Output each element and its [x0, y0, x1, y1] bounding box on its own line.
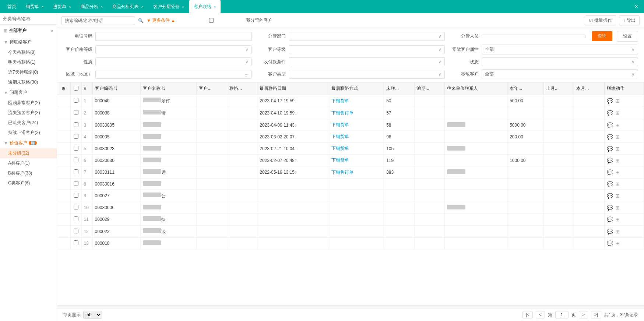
grid-action-icon[interactable]: ⊞: [615, 98, 620, 104]
last-contact-method-cell[interactable]: [329, 179, 384, 190]
sidebar-item-abnormal[interactable]: 囤购异常客户(2): [0, 98, 57, 108]
message-action-icon[interactable]: 💬: [607, 229, 613, 234]
last-contact-method-cell[interactable]: [329, 238, 384, 249]
last-contact-method-cell[interactable]: [329, 226, 384, 238]
message-action-icon[interactable]: 💬: [607, 216, 613, 222]
row-checkbox-cell[interactable]: [70, 214, 81, 226]
nav-goods-analysis-list[interactable]: 商品分析列表 ×: [108, 0, 148, 13]
message-action-icon[interactable]: 💬: [607, 240, 613, 246]
last-contact-method-cell[interactable]: 下销货单: [329, 155, 384, 166]
row-checkbox[interactable]: [74, 181, 78, 186]
overdue-column-header[interactable]: 逾期...: [414, 82, 444, 95]
nav-customer-contact[interactable]: 客户联络 ×: [189, 0, 220, 13]
sidebar-section-problem[interactable]: ▼ 问题客户: [0, 87, 57, 98]
last-page-button[interactable]: >|: [591, 311, 601, 318]
grid-action-icon[interactable]: ⊞: [615, 240, 620, 246]
dept-select[interactable]: ∨: [289, 32, 445, 41]
prev-page-button[interactable]: <: [536, 311, 545, 318]
row-checkbox-cell[interactable]: [70, 119, 81, 131]
nav-goods-analysis[interactable]: 商品分析 ×: [76, 0, 107, 13]
sidebar-item-unclassified[interactable]: 未分组(32): [0, 148, 57, 158]
horizontal-scrollbar[interactable]: [57, 305, 644, 308]
row-checkbox-cell[interactable]: [70, 143, 81, 155]
grid-action-icon[interactable]: ⊞: [615, 146, 620, 152]
page-input[interactable]: [555, 311, 569, 318]
sidebar-section-pending[interactable]: ▼ 待联络客户: [0, 37, 57, 47]
sidebar-item-churn-warning[interactable]: 流失预警客户(3): [0, 108, 57, 118]
first-page-button[interactable]: |<: [522, 311, 533, 318]
reset-button[interactable]: 设置: [617, 31, 638, 42]
uncontacted-column-header[interactable]: 未联...: [384, 82, 414, 95]
last-contact-method-cell[interactable]: 下销货单: [329, 95, 384, 107]
sidebar-item-churned[interactable]: 已流失客户(24): [0, 118, 57, 128]
grid-action-icon[interactable]: ⊞: [615, 134, 620, 140]
row-checkbox[interactable]: [74, 193, 78, 198]
last-contact-method-cell[interactable]: 下销货单: [329, 143, 384, 155]
more-conditions-button[interactable]: ▼ 更多条件 ▲: [147, 17, 175, 24]
sidebar-search-input[interactable]: [3, 16, 57, 21]
price-level-select[interactable]: ∨: [95, 45, 252, 54]
grid-action-icon[interactable]: ⊞: [615, 169, 620, 175]
message-action-icon[interactable]: 💬: [607, 110, 613, 116]
nav-purchase[interactable]: 进货单 ×: [49, 0, 75, 13]
sidebar-collapse-button[interactable]: «: [50, 28, 53, 33]
scattered-select[interactable]: 全部 ∨: [482, 69, 638, 79]
name-column-header[interactable]: 客户名称 ⇅: [140, 82, 197, 95]
code-column-header[interactable]: 客户编码 ⇅: [92, 82, 140, 95]
my-customers-checkbox[interactable]: [178, 18, 244, 23]
row-checkbox-cell[interactable]: [70, 179, 81, 190]
batch-ops-button[interactable]: ☑ 批量操作: [585, 15, 616, 25]
last-contact-method-cell[interactable]: 下销售订单: [329, 166, 384, 179]
last-contact-method-cell[interactable]: [329, 202, 384, 214]
sidebar-item-a-class[interactable]: A类客户(1): [0, 158, 57, 168]
row-checkbox-cell[interactable]: [70, 202, 81, 214]
message-action-icon[interactable]: 💬: [607, 193, 613, 199]
region-extra-icon[interactable]: ···: [245, 72, 249, 77]
nature-select[interactable]: ∨: [95, 57, 252, 66]
sidebar-item-tomorrow[interactable]: 明天待联络(1): [0, 57, 57, 67]
nav-home[interactable]: 首页: [3, 0, 21, 13]
row-checkbox-cell[interactable]: [70, 190, 81, 202]
sidebar-item-b-class[interactable]: B类客户(33): [0, 168, 57, 178]
sidebar-item-c-class[interactable]: C类客户(6): [0, 178, 57, 188]
grid-action-icon[interactable]: ⊞: [615, 229, 620, 234]
region-select[interactable]: ···: [95, 70, 252, 79]
row-checkbox[interactable]: [74, 240, 78, 245]
row-checkbox[interactable]: [74, 134, 78, 139]
grid-action-icon[interactable]: ⊞: [615, 158, 620, 163]
nav-purchase-close[interactable]: ×: [68, 4, 71, 9]
grid-action-icon[interactable]: ⊞: [615, 205, 620, 211]
sidebar-item-7days[interactable]: 近7天待联络(0): [0, 67, 57, 77]
grid-action-icon[interactable]: ⊞: [615, 193, 620, 199]
phone-input[interactable]: [95, 32, 252, 41]
row-checkbox[interactable]: [74, 169, 78, 174]
row-checkbox[interactable]: [74, 146, 78, 151]
nav-goods-analysis-close[interactable]: ×: [101, 4, 103, 9]
message-action-icon[interactable]: 💬: [607, 205, 613, 211]
contact-person-column-header[interactable]: 往来单位联系人: [445, 82, 507, 95]
last-contact-date-column-header[interactable]: 最后联络日期: [257, 82, 329, 95]
contact-column-header[interactable]: 联络...: [227, 82, 257, 95]
row-checkbox-cell[interactable]: [70, 131, 81, 143]
status-select[interactable]: ∨: [482, 57, 638, 66]
row-checkbox[interactable]: [74, 216, 78, 221]
row-checkbox[interactable]: [74, 110, 78, 115]
message-action-icon[interactable]: 💬: [607, 181, 613, 187]
last-contact-method-cell[interactable]: 下销售订单: [329, 107, 384, 119]
message-action-icon[interactable]: 💬: [607, 122, 613, 128]
search-input[interactable]: [61, 16, 135, 25]
message-action-icon[interactable]: 💬: [607, 98, 613, 104]
nav-sales-close[interactable]: ×: [41, 4, 43, 9]
nav-customer-tier-close[interactable]: ×: [182, 4, 184, 9]
close-all-button[interactable]: ×: [632, 3, 641, 10]
customer-type-select[interactable]: ∨: [289, 70, 445, 79]
row-checkbox-cell[interactable]: [70, 155, 81, 166]
last-contact-method-cell[interactable]: 下销货单: [329, 131, 384, 143]
last-month-column-header[interactable]: 上月...: [544, 82, 574, 95]
scattered-attr-select[interactable]: 全部 ∨: [482, 45, 638, 54]
nav-goods-list-close[interactable]: ×: [141, 4, 143, 9]
this-month-column-header[interactable]: 本月...: [574, 82, 604, 95]
nav-customer-tier[interactable]: 客户分层经营 ×: [149, 0, 189, 13]
sidebar-section-value[interactable]: ▼ 价值客户 🔄: [0, 138, 57, 148]
grid-action-icon[interactable]: ⊞: [615, 122, 620, 128]
